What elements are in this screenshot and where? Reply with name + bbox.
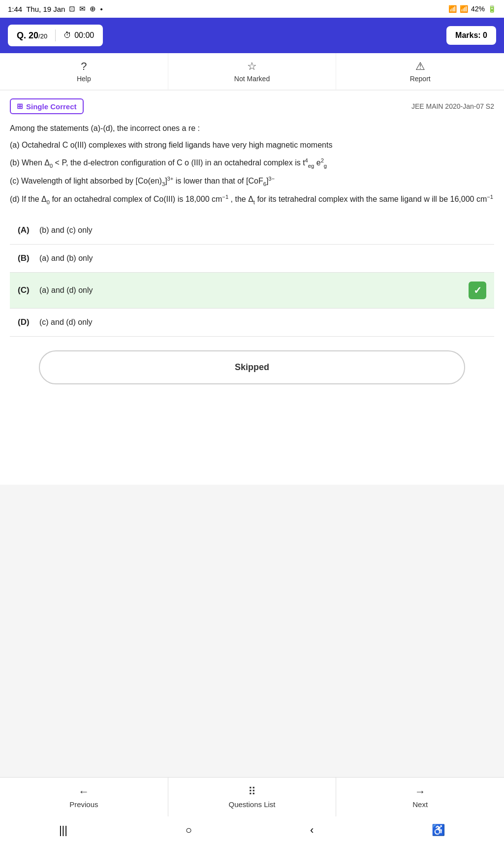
option-c-label: (C) [18, 285, 32, 295]
home-nav-icon[interactable]: ○ [186, 824, 192, 837]
option-a-text: (b) and (c) only [39, 226, 486, 235]
marks-badge: Marks: 0 [446, 26, 496, 45]
not-marked-label: Not Marked [234, 75, 270, 83]
option-d-text: (c) and (d) only [39, 318, 486, 327]
question-number: Q. 20/20 [17, 31, 47, 41]
option-d-label: (D) [18, 317, 32, 327]
question-part-d: (d) If the Δ0 for an octahedral complex … [10, 192, 494, 207]
question-text: Among the statements (a)-(d), the incorr… [10, 122, 494, 207]
question-part-c: (c) Wavelength of light absorbed by [Co(… [10, 174, 494, 188]
grid-icon: ⊞ [17, 102, 23, 111]
divider [55, 30, 56, 41]
wifi-icon: 📶 [448, 5, 457, 13]
badge-row: ⊞ Single Correct JEE MAIN 2020-Jan-07 S2 [10, 98, 494, 114]
option-c-text: (a) and (d) only [39, 286, 461, 295]
status-left: 1:44 Thu, 19 Jan ⊡ ✉ ⊕ • [8, 4, 103, 13]
back-nav-icon[interactable]: ||| [59, 824, 67, 837]
battery-icon: 🔋 [488, 5, 496, 13]
previous-button[interactable]: ← Previous [0, 778, 168, 816]
header-left: Q. 20/20 ⏱ 00:00 [8, 25, 103, 46]
message-icon: ✉ [79, 4, 86, 13]
question-part-b: (b) When Δ0 < P, the d-electron configur… [10, 156, 494, 170]
help-button[interactable]: ? Help [0, 53, 168, 90]
screen-icon: ⊡ [69, 4, 75, 13]
questions-list-label: Questions List [228, 800, 275, 809]
status-bar: 1:44 Thu, 19 Jan ⊡ ✉ ⊕ • 📶 📶 42% 🔋 [0, 0, 504, 18]
hotspot-icon: ⊕ [90, 4, 96, 13]
question-info: Q. 20/20 ⏱ 00:00 [8, 25, 103, 46]
toolbar: ? Help ☆ Not Marked ⚠ Report [0, 53, 504, 91]
report-label: Report [410, 75, 431, 83]
report-button[interactable]: ⚠ Report [336, 53, 504, 90]
single-correct-badge: ⊞ Single Correct [10, 98, 84, 114]
option-d[interactable]: (D) (c) and (d) only [10, 309, 494, 337]
spacer [10, 398, 494, 477]
option-a[interactable]: (A) (b) and (c) only [10, 217, 494, 245]
jee-source-tag: JEE MAIN 2020-Jan-07 S2 [411, 102, 494, 110]
next-label: Next [412, 800, 428, 809]
options-list: (A) (b) and (c) only (B) (a) and (b) onl… [10, 217, 494, 337]
battery-display: 42% [471, 5, 485, 13]
left-arrow-icon: ← [78, 785, 89, 798]
badge-label: Single Correct [26, 102, 77, 111]
help-icon: ? [81, 60, 87, 73]
warning-icon: ⚠ [415, 60, 425, 73]
option-c[interactable]: (C) (a) and (d) only ✓ [10, 273, 494, 309]
grid-nav-icon: ⠿ [248, 785, 256, 798]
timer-icon: ⏱ [63, 31, 71, 40]
skipped-button[interactable]: Skipped [39, 350, 465, 384]
status-right: 📶 📶 42% 🔋 [448, 5, 496, 13]
sys-nav-bar: ||| ○ ‹ ♿ [0, 816, 504, 844]
next-button[interactable]: → Next [336, 778, 504, 816]
previous-label: Previous [69, 800, 98, 809]
bottom-nav: ← Previous ⠿ Questions List → Next [0, 777, 504, 816]
recent-nav-icon[interactable]: ‹ [310, 824, 314, 837]
timer-display: ⏱ 00:00 [63, 31, 94, 40]
bookmark-icon: ☆ [247, 60, 257, 73]
right-arrow-icon: → [415, 785, 426, 798]
content-area: ⊞ Single Correct JEE MAIN 2020-Jan-07 S2… [0, 91, 504, 485]
option-b-text: (a) and (b) only [39, 254, 486, 263]
option-b[interactable]: (B) (a) and (b) only [10, 245, 494, 273]
option-b-label: (B) [18, 253, 32, 263]
help-label: Help [77, 75, 91, 83]
time-display: 1:44 [8, 5, 22, 13]
header-bar: Q. 20/20 ⏱ 00:00 Marks: 0 [0, 18, 504, 53]
questions-list-button[interactable]: ⠿ Questions List [168, 778, 337, 816]
option-a-label: (A) [18, 225, 32, 235]
question-intro: Among the statements (a)-(d), the incorr… [10, 122, 494, 135]
date-display: Thu, 19 Jan [26, 5, 65, 13]
not-marked-button[interactable]: ☆ Not Marked [168, 53, 337, 90]
signal-icon: 📶 [460, 5, 468, 13]
question-part-a: (a) Octahedral C o(III) complexes with s… [10, 139, 494, 152]
check-icon: ✓ [469, 281, 486, 299]
dot-indicator: • [100, 5, 102, 13]
accessibility-icon[interactable]: ♿ [432, 824, 445, 837]
